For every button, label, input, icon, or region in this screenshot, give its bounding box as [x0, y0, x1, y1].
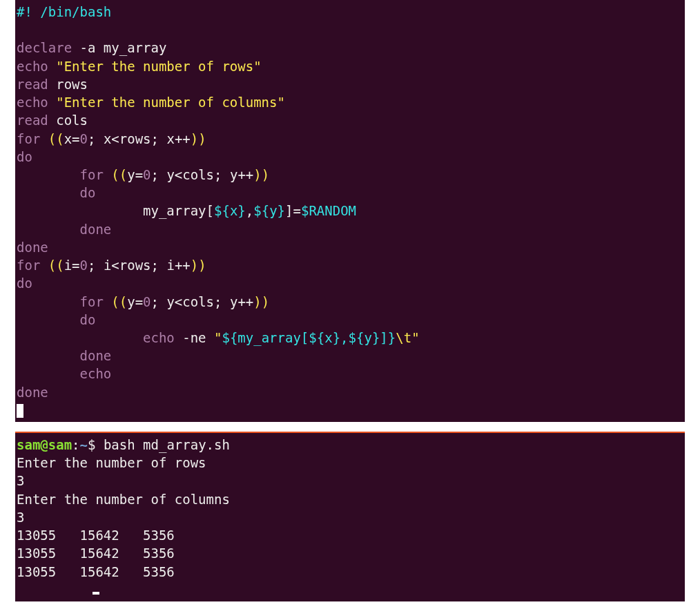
code-line: do [17, 274, 683, 292]
string-cols: "Enter the number of columns" [48, 95, 285, 110]
code-line: do [17, 311, 683, 329]
code-editor-pane[interactable]: #! /bin/bash declare -a my_arrayecho "En… [15, 0, 685, 422]
code-line: done [17, 347, 683, 365]
output-line: Enter the number of rows [17, 454, 683, 472]
input-line: 3 [17, 472, 683, 490]
code-line: declare -a my_array [17, 39, 683, 57]
output-row: 13055 15642 5356 [17, 563, 683, 581]
dparen-open: (( [48, 131, 64, 146]
code-line: echo "Enter the number of rows" [17, 57, 683, 75]
kw-read: read [17, 113, 48, 128]
code-line: for ((y=0; y<cols; y++)) [17, 166, 683, 184]
code-line: read cols [17, 111, 683, 129]
prompt-line: sam@sam:~$ bash md_array.sh [17, 436, 683, 454]
code-line: do [17, 148, 683, 166]
output-line [17, 581, 683, 599]
declare-opt: -a [72, 40, 104, 55]
code-line-blank [17, 21, 683, 39]
code-line [17, 401, 683, 419]
input-line: 3 [17, 508, 683, 526]
output-line: Enter the number of columns [17, 490, 683, 508]
output-row: 13055 15642 5356 [17, 544, 683, 562]
code-line: for ((i=0; i<rows; i++)) [17, 256, 683, 274]
string-rows: "Enter the number of rows" [48, 59, 262, 74]
random-var: $RANDOM [301, 203, 356, 218]
code-line: read rows [17, 75, 683, 93]
code-line: for ((x=0; x<rows; x++)) [17, 130, 683, 148]
shebang-prefix: #! [17, 4, 40, 19]
code-line: done [17, 238, 683, 256]
prompt-user: sam@sam [17, 437, 72, 452]
code-line: echo -ne "${my_array[${x},${y}]}\t" [17, 329, 683, 347]
prompt-path: ~ [80, 437, 88, 452]
kw-read: read [17, 77, 48, 92]
kw-declare: declare [17, 40, 72, 55]
var-cols: cols [48, 113, 88, 128]
code-line: echo [17, 365, 683, 383]
code-line: done [17, 220, 683, 238]
shell-command: bash md_array.sh [104, 437, 230, 452]
kw-echo: echo [17, 59, 48, 74]
var-rows: rows [48, 77, 88, 92]
code-line: my_array[${x},${y}]=$RANDOM [17, 202, 683, 220]
output-row: 13055 15642 5356 [17, 526, 683, 544]
shell-cursor [93, 592, 99, 595]
kw-for: for [17, 131, 40, 146]
code-line: #! /bin/bash [17, 3, 683, 21]
kw-echo: echo [17, 95, 48, 110]
kw-do: do [17, 149, 32, 164]
code-line: do [17, 184, 683, 202]
code-line: for ((y=0; y<cols; y++)) [17, 293, 683, 311]
dparen-close: )) [191, 131, 206, 146]
array-assign: my_array [143, 203, 206, 218]
array-name: my_array [104, 40, 167, 55]
code-line: done [17, 383, 683, 401]
editor-cursor [17, 404, 23, 418]
shell-output-pane[interactable]: sam@sam:~$ bash md_array.shEnter the num… [15, 432, 685, 601]
code-line: echo "Enter the number of columns" [17, 93, 683, 111]
shebang-path: /bin/bash [40, 4, 111, 19]
